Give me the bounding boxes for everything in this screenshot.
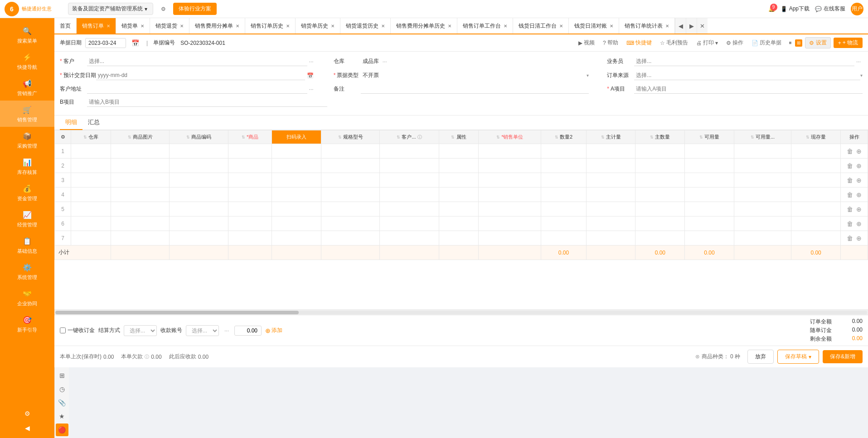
tab-sales-expense[interactable]: 销售费用分摊单 ✕ — [189, 18, 245, 34]
calendar-icon[interactable]: 📅 — [130, 39, 141, 47]
tab-prev-btn[interactable]: ◀ — [675, 18, 686, 34]
row2-main-qty[interactable] — [635, 159, 685, 173]
row1-product[interactable] — [228, 144, 272, 159]
row2-stock[interactable] — [791, 159, 841, 173]
tab-next-btn[interactable]: ▶ — [686, 18, 697, 34]
row4-product[interactable] — [228, 188, 272, 202]
tab-daily-reconcile[interactable]: 钱货日清对账 ✕ — [569, 18, 619, 34]
row7-available2[interactable] — [734, 231, 791, 245]
add-logistics-btn[interactable]: + + 物流 — [834, 38, 863, 48]
sidebar-item-guide[interactable]: 🎯 新手引导 — [0, 311, 54, 337]
row1-qty2[interactable] — [541, 144, 586, 159]
row3-code[interactable] — [170, 173, 228, 188]
sidebar-item-inventory[interactable]: 📊 库存核算 — [0, 153, 54, 179]
row4-stock[interactable] — [791, 188, 841, 202]
row1-customer-code[interactable] — [380, 144, 439, 159]
sidebar-item-marketing[interactable]: 📢 营销推广 — [0, 74, 54, 101]
tab-sales-invoice-history[interactable]: 销货单历史 ✕ — [296, 18, 340, 34]
sidebar-item-search[interactable]: 🔍 搜索菜单 — [0, 22, 54, 48]
row7-product[interactable] — [228, 231, 272, 245]
row3-qty2[interactable] — [541, 173, 586, 188]
th-unit[interactable]: ⇅ *销售单位 — [479, 130, 541, 144]
row1-attr[interactable] — [439, 144, 479, 159]
row1-delete-btn[interactable]: 🗑 — [846, 147, 854, 156]
add-payment-btn[interactable]: ⊕ 添加 — [265, 327, 282, 334]
tab-close-icon[interactable]: ✕ — [236, 24, 239, 29]
th-product[interactable]: ⇅ *商品 — [228, 130, 272, 144]
order-source-input[interactable] — [634, 71, 860, 80]
horizontal-scrollbar[interactable] — [54, 309, 868, 315]
customer-address-input[interactable] — [87, 84, 307, 94]
sidebar-item-operations[interactable]: 📈 经营管理 — [0, 206, 54, 232]
app-download-btn[interactable]: 📱 App下载 — [781, 5, 810, 13]
th-qty2[interactable]: ⇅ 数量2 — [541, 130, 586, 144]
row7-image[interactable] — [111, 231, 170, 245]
row3-main-unit[interactable] — [586, 173, 635, 188]
tab-return-history[interactable]: 销货退货历史 ✕ — [340, 18, 391, 34]
row7-spec[interactable] — [321, 231, 380, 245]
row6-product[interactable] — [228, 217, 272, 231]
discard-btn[interactable]: 放弃 — [747, 350, 774, 364]
sidebar-item-system[interactable]: ⚙️ 系统管理 — [0, 258, 54, 284]
settings-btn[interactable]: ⚙ 设置 — [805, 37, 831, 48]
right-tool-alert[interactable]: 🔴 — [56, 424, 68, 436]
row6-main-unit[interactable] — [586, 217, 635, 231]
row6-main-qty[interactable] — [635, 217, 685, 231]
tab-close-icon[interactable]: ✕ — [610, 24, 613, 29]
row5-attr[interactable] — [439, 202, 479, 217]
row5-main-unit[interactable] — [586, 202, 635, 217]
row1-image[interactable] — [111, 144, 170, 159]
tab-detail[interactable]: 明细 — [60, 116, 82, 130]
row7-code[interactable] — [170, 231, 228, 245]
row5-image[interactable] — [111, 202, 170, 217]
th-warehouse[interactable]: ⇅ 仓库 — [71, 130, 111, 144]
row3-customer-code[interactable] — [380, 173, 439, 188]
customer-input[interactable] — [87, 57, 307, 66]
row4-main-unit[interactable] — [586, 188, 635, 202]
row2-customer-code[interactable] — [380, 159, 439, 173]
row6-spec[interactable] — [321, 217, 380, 231]
row2-available2[interactable] — [734, 159, 791, 173]
tab-sales-order[interactable]: 销售订单 ✕ — [77, 18, 116, 34]
right-tool-star[interactable]: ★ — [56, 410, 68, 423]
row3-product[interactable] — [228, 173, 272, 188]
solution-button[interactable]: 体验行业方案 — [173, 3, 217, 15]
row2-spec[interactable] — [321, 159, 380, 173]
sidebar-item-purchase[interactable]: 📦 采购管理 — [0, 127, 54, 153]
row3-main-qty[interactable] — [635, 173, 685, 188]
row3-image[interactable] — [111, 173, 170, 188]
row2-product[interactable] — [228, 159, 272, 173]
tab-more-btn[interactable]: ✕ — [697, 18, 708, 34]
row5-available[interactable] — [685, 202, 734, 217]
row3-unit[interactable] — [479, 173, 541, 188]
sidebar-item-finance[interactable]: 💰 资金管理 — [0, 179, 54, 206]
row2-warehouse[interactable] — [71, 159, 111, 173]
row7-qty2[interactable] — [541, 231, 586, 245]
gear-button[interactable]: ⚙ — [157, 3, 170, 15]
row6-customer-code[interactable] — [380, 217, 439, 231]
row7-attr[interactable] — [439, 231, 479, 245]
tab-sales-workbench[interactable]: 销售订单工作台 ✕ — [457, 18, 513, 34]
row4-attr[interactable] — [439, 188, 479, 202]
row1-copy-btn[interactable]: ⊕ — [855, 147, 863, 156]
row6-delete-btn[interactable]: 🗑 — [846, 219, 854, 228]
row3-available2[interactable] — [734, 173, 791, 188]
row7-available[interactable] — [685, 231, 734, 245]
right-tool-attachment[interactable]: 📎 — [56, 396, 68, 409]
row7-main-unit[interactable] — [586, 231, 635, 245]
warehouse-more-icon[interactable]: ··· — [381, 58, 389, 65]
row4-main-qty[interactable] — [635, 188, 685, 202]
right-tool-grid[interactable]: ⊞ — [56, 369, 68, 382]
row4-spec[interactable] — [321, 188, 380, 202]
th-code[interactable]: ⇅ 商品编码 — [170, 130, 228, 144]
help-btn[interactable]: ? 帮助 — [600, 38, 621, 48]
history-btn[interactable]: 📄 历史单据 — [749, 38, 784, 48]
settle-select[interactable]: 选择... — [124, 325, 157, 336]
row3-attr[interactable] — [439, 173, 479, 188]
online-service-btn[interactable]: 💬 在线客服 — [815, 5, 845, 13]
row5-copy-btn[interactable]: ⊕ — [855, 205, 863, 214]
row1-warehouse[interactable] — [71, 144, 111, 159]
delivery-calendar-icon[interactable]: 📅 — [305, 72, 315, 79]
row5-unit[interactable] — [479, 202, 541, 217]
sidebar-item-collab[interactable]: 🤝 企业协同 — [0, 284, 54, 311]
